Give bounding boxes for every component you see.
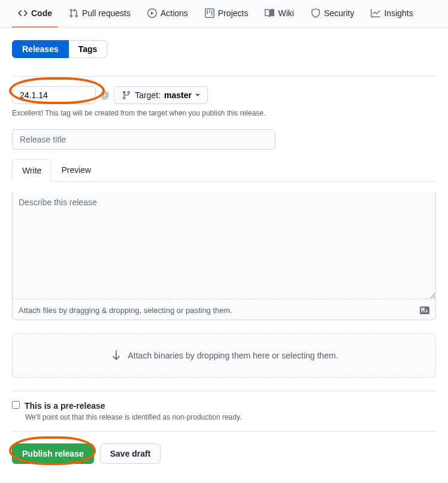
git-pull-request-icon	[69, 8, 78, 18]
code-icon	[18, 8, 28, 18]
target-prefix: Target:	[135, 90, 161, 100]
release-title-input[interactable]	[12, 129, 276, 150]
prerelease-section: This is a pre-release We'll point out th…	[12, 391, 436, 421]
at-symbol: @	[101, 90, 109, 100]
tab-security[interactable]: Security	[305, 0, 361, 28]
editor-tabs: Write Preview	[12, 159, 436, 182]
actions-row: Publish release Save draft	[12, 431, 436, 464]
play-icon	[147, 8, 157, 18]
attach-hint-text: Attach files by dragging & dropping, sel…	[19, 306, 232, 315]
graph-icon	[371, 8, 380, 18]
tab-code[interactable]: Code	[12, 0, 58, 28]
subnav: Releases Tags	[12, 40, 436, 58]
target-branch-name: master	[164, 90, 192, 100]
tab-insights[interactable]: Insights	[365, 0, 419, 28]
tag-hint: Excellent! This tag will be created from…	[12, 109, 436, 117]
shield-icon	[311, 8, 320, 18]
tab-actions-label: Actions	[161, 8, 188, 18]
chevron-down-icon	[195, 94, 200, 99]
tab-wiki[interactable]: Wiki	[259, 0, 299, 28]
tag-input[interactable]	[12, 86, 96, 104]
target-branch-button[interactable]: Target: master	[114, 86, 208, 104]
book-icon	[265, 8, 274, 18]
arrow-down-icon	[110, 349, 122, 362]
tab-security-label: Security	[324, 8, 355, 18]
write-tab[interactable]: Write	[12, 159, 52, 182]
tab-code-label: Code	[31, 8, 52, 18]
tab-pulls-label: Pull requests	[82, 8, 131, 18]
markdown-icon: M↓	[420, 306, 429, 314]
separator	[12, 76, 436, 77]
tag-target-row: @ Target: master	[12, 86, 436, 104]
save-draft-button[interactable]: Save draft	[100, 443, 161, 464]
prerelease-checkbox[interactable]	[12, 401, 20, 409]
prerelease-label: This is a pre-release	[25, 401, 105, 411]
attach-hint-bar[interactable]: Attach files by dragging & dropping, sel…	[13, 301, 435, 320]
tab-insights-label: Insights	[384, 8, 413, 18]
subnav-releases[interactable]: Releases	[12, 40, 69, 58]
prerelease-hint: We'll point out that this release is ide…	[25, 413, 436, 421]
tab-projects-label: Projects	[218, 8, 249, 18]
binary-dropzone[interactable]: Attach binaries by dropping them here or…	[12, 333, 436, 378]
repo-nav: Code Pull requests Actions Projects Wiki…	[0, 0, 448, 28]
description-textarea[interactable]	[13, 192, 435, 299]
project-icon	[205, 8, 214, 18]
editor-body: Attach files by dragging & dropping, sel…	[12, 192, 436, 320]
tab-projects[interactable]: Projects	[199, 0, 255, 28]
publish-button[interactable]: Publish release	[12, 443, 94, 464]
tab-actions[interactable]: Actions	[141, 0, 194, 28]
subnav-tags[interactable]: Tags	[69, 40, 108, 58]
binary-hint-text: Attach binaries by dropping them here or…	[128, 351, 338, 360]
git-branch-icon	[122, 90, 131, 100]
tab-pulls[interactable]: Pull requests	[63, 0, 137, 28]
tab-wiki-label: Wiki	[278, 8, 293, 18]
preview-tab[interactable]: Preview	[52, 159, 101, 181]
